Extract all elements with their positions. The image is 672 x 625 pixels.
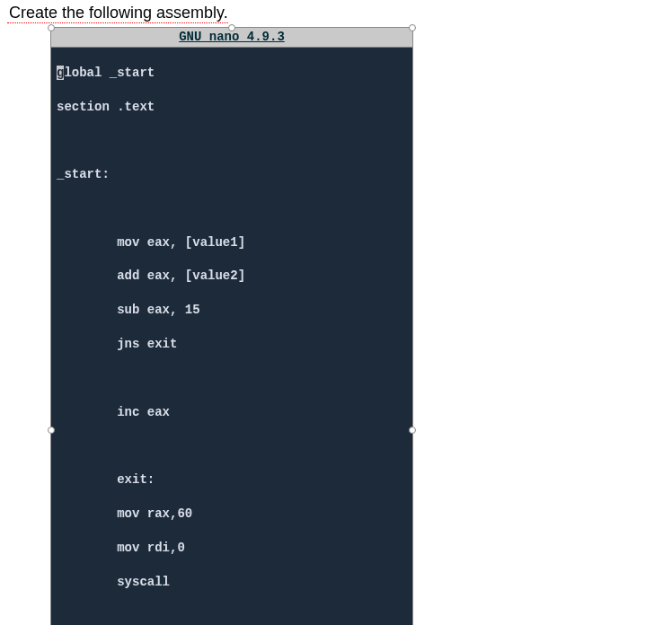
resize-handle[interactable] <box>409 24 416 31</box>
resize-handle[interactable] <box>48 24 55 31</box>
code-line: mov eax, [value1] <box>57 234 407 251</box>
code-line: _start: <box>57 166 407 183</box>
code-line: add eax, [value2] <box>57 268 407 285</box>
code-line: sub eax, 15 <box>57 302 407 319</box>
code-line: mov rdi,0 <box>57 540 407 557</box>
code-line: exit: <box>57 471 407 489</box>
code-line <box>57 200 407 217</box>
code-line <box>57 132 407 149</box>
terminal-container: GNU nano 4.9.3 global _start section .te… <box>50 27 665 625</box>
code-text: lobal _start <box>64 66 155 80</box>
code-line: global _start <box>57 65 407 82</box>
code-line: inc eax <box>57 404 407 421</box>
code-line <box>57 607 407 624</box>
code-line: mov rax,60 <box>57 506 407 523</box>
instruction-heading: Create the following assembly. <box>7 4 228 23</box>
resize-handle[interactable] <box>228 24 235 31</box>
terminal-body: global _start section .text _start: mov … <box>51 48 412 625</box>
code-line: section .text <box>57 99 407 116</box>
code-line: jns exit <box>57 336 407 353</box>
code-line: syscall <box>57 574 407 591</box>
resize-handle[interactable] <box>409 427 416 434</box>
code-line <box>57 370 407 387</box>
code-line <box>57 437 407 454</box>
terminal-window: GNU nano 4.9.3 global _start section .te… <box>50 27 413 625</box>
